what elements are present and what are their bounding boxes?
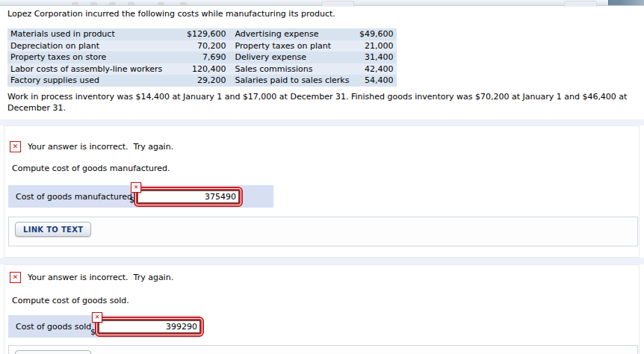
table-row: Labor costs of assembly-line workers 120…: [7, 63, 397, 75]
cost-label-cell: Delivery expense: [229, 52, 356, 63]
feedback-row: ✕ Your answer is incorrect. Try again.: [10, 141, 173, 152]
toolbar-tick: [180, 2, 187, 5]
link-to-text-button[interactable]: LINK TO TEXT: [15, 222, 91, 237]
error-icon: ✕: [10, 141, 21, 152]
toolbar-tick: [72, 2, 78, 5]
feedback-text: Your answer is incorrect. Try again.: [28, 142, 173, 152]
answer-label: Cost of goods manufactured: [8, 192, 132, 202]
cost-label-cell: Property taxes on plant: [229, 40, 356, 52]
currency-symbol: $: [129, 195, 134, 205]
cost-label-cell: Sales commissions: [229, 63, 356, 75]
question-prompt: Compute cost of goods manufactured.: [12, 164, 170, 173]
table-row: Property taxes on store 7,690 Delivery e…: [7, 52, 397, 63]
question-section-cogs: ✕ Your answer is incorrect. Try again. C…: [4, 264, 640, 354]
cost-label-cell: Depreciation on plant: [7, 40, 184, 52]
link-to-text-panel: LINK TO TEXT: [8, 345, 638, 354]
cost-label-cell: Salaries paid to sales clerks: [229, 75, 356, 87]
answer-field-error-outline: [95, 317, 204, 337]
cogm-answer-input[interactable]: [137, 190, 239, 203]
toolbar-tick: [90, 2, 97, 5]
cost-value-cell: $129,600: [184, 28, 229, 40]
link-to-text-button[interactable]: LINK TO TEXT: [15, 350, 91, 354]
cost-value-cell: $49,600: [356, 28, 397, 40]
cost-label-cell: Factory supplies used: [7, 75, 184, 87]
cost-value-cell: 70,200: [184, 40, 229, 52]
feedback-row: ✕ Your answer is incorrect. Try again.: [10, 272, 173, 283]
inventory-note: Work in process inventory was $14,400 at…: [7, 91, 641, 114]
question-prompt: Compute cost of goods sold.: [12, 296, 129, 305]
cogs-answer-input[interactable]: [99, 320, 200, 333]
problem-intro: Lopez Corporation incurred the following…: [7, 9, 335, 19]
table-row: Depreciation on plant 70,200 Property ta…: [7, 40, 397, 52]
answer-field-frame: [136, 189, 241, 205]
section-divider: [0, 119, 644, 125]
error-icon: ✕: [10, 272, 21, 283]
cost-label-cell: Property taxes on store: [7, 52, 184, 63]
feedback-text: Your answer is incorrect. Try again.: [28, 273, 173, 282]
toolbar-tick: [158, 2, 164, 5]
cost-value-cell: 7,690: [184, 52, 229, 63]
toolbar-tick: [109, 2, 116, 5]
cost-value-cell: 120,400: [184, 63, 229, 75]
cost-label-cell: Materials used in product: [7, 28, 184, 40]
toolbar-tick: [128, 2, 134, 5]
cost-value-cell: 54,400: [356, 75, 397, 87]
cost-value-cell: 29,200: [184, 75, 229, 87]
cost-table: Materials used in product $129,600 Adver…: [7, 28, 397, 87]
cost-label-cell: Labor costs of assembly-line workers: [7, 63, 184, 75]
toolbar-button-edge: [321, 1, 354, 7]
currency-symbol: $: [90, 327, 96, 337]
error-badge-icon: ✕: [92, 312, 102, 323]
scrollbar-thumb[interactable]: [608, 0, 644, 5]
cost-label-cell: Advertising expense: [229, 28, 356, 40]
table-row: Factory supplies used 29,200 Salaries pa…: [7, 75, 397, 87]
answer-field-frame: [97, 319, 202, 335]
link-to-text-panel: LINK TO TEXT: [8, 217, 638, 246]
error-badge-icon: ✕: [131, 182, 141, 193]
cost-value-cell: 21,000: [356, 40, 397, 52]
toolbar-edge: [0, 0, 644, 6]
question-section-cogm: ✕ Your answer is incorrect. Try again. C…: [4, 125, 640, 258]
table-row: Materials used in product $129,600 Adver…: [7, 28, 397, 40]
toolbar-button-edge: [564, 1, 597, 7]
section-divider: [0, 258, 644, 264]
cost-value-cell: 31,400: [356, 52, 397, 63]
answer-label: Cost of goods sold: [8, 322, 91, 332]
cost-value-cell: 42,400: [356, 63, 397, 75]
answer-field-error-outline: [134, 187, 243, 207]
